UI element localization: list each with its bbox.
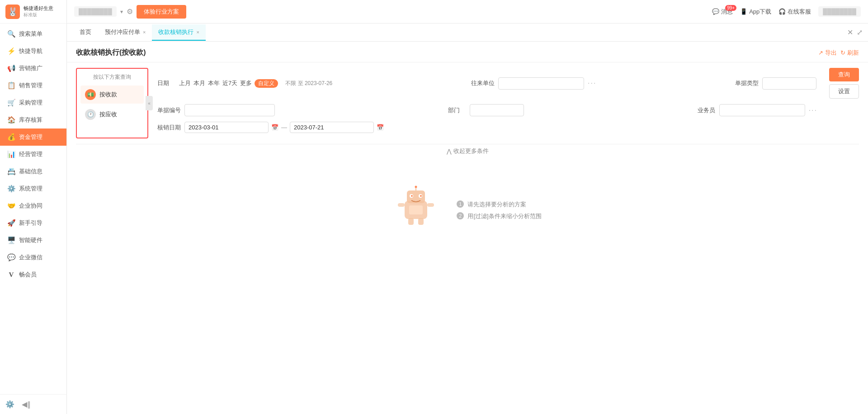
verify-end-date[interactable] <box>290 122 374 133</box>
date-btn-this-year[interactable]: 本年 <box>208 79 220 87</box>
date-btn-more[interactable]: 更多 <box>240 79 252 87</box>
vendor-input[interactable] <box>498 77 584 90</box>
sidebar-item-business[interactable]: 📊 经营管理 <box>0 146 66 163</box>
svg-rect-9 <box>427 203 434 207</box>
sidebar-item-quicknav[interactable]: ⚡ 快捷导航 <box>0 43 66 60</box>
tab-prepay-label: 预付冲应付单 <box>105 28 140 36</box>
svg-point-4 <box>411 195 413 197</box>
bill-type-select[interactable] <box>762 77 816 90</box>
solution-button[interactable]: 体验行业方案 <box>137 5 186 19</box>
topbar-left: ████████ ▾ ⚙ 体验行业方案 <box>74 5 707 19</box>
sidebar-item-collab[interactable]: 🤝 企业协同 <box>0 197 66 214</box>
date-label: 日期 <box>157 79 175 87</box>
sidebar-item-label: 畅会员 <box>19 271 37 279</box>
verify-start-date[interactable] <box>184 122 269 133</box>
app-download-icon: 📱 <box>740 8 747 15</box>
setting-button[interactable]: 设置 <box>829 84 859 99</box>
sidebar-item-wechat[interactable]: 💬 企业微信 <box>0 249 66 266</box>
staff-label: 业务员 <box>698 106 716 114</box>
sidebar-item-member[interactable]: V 畅会员 <box>0 266 66 283</box>
topbar-right: 💬 消息 99+ 📱 App下载 🎧 在线客服 ████████ <box>712 6 861 17</box>
vendor-label: 往来单位 <box>471 79 495 87</box>
refresh-button[interactable]: ↻ 刷新 <box>840 49 859 57</box>
filter-sidebar-title: 按以下方案查询 <box>80 73 144 81</box>
filter-field-verify-date: 核销日期 📅 — 📅 <box>157 122 384 133</box>
filter-field-staff: 业务员 ··· <box>698 104 817 116</box>
verify-end-cal-icon[interactable]: 📅 <box>377 124 384 131</box>
date-btn-7days[interactable]: 近7天 <box>222 79 237 87</box>
settings-icon[interactable]: ⚙️ <box>5 400 14 409</box>
message-icon: 💬 <box>712 8 719 15</box>
empty-hints: 1 请先选择要分析的方案 2 用[过滤]条件来缩小分析范围 <box>457 200 541 224</box>
receipt-option-icon: 💵 <box>85 89 96 100</box>
sidebar-item-label: 快捷导航 <box>19 47 42 55</box>
sidebar-logo: 🐰 畅捷通好生意 标准版 <box>0 0 66 24</box>
sidebar: 🐰 畅捷通好生意 标准版 🔍 搜索菜单 ⚡ 快捷导航 📢 营销推广 📋 销售管理… <box>0 0 67 414</box>
sidebar-item-system[interactable]: ⚙️ 系统管理 <box>0 180 66 197</box>
filter-field-bill-no: 单据编号 <box>157 104 275 116</box>
sidebar-item-label: 新手引导 <box>19 219 42 227</box>
date-custom-badge[interactable]: 自定义 <box>255 79 278 88</box>
collapse-sidebar-icon[interactable]: ◀‖ <box>22 400 31 409</box>
gear-icon[interactable]: ⚙ <box>127 7 133 16</box>
bill-no-input[interactable] <box>184 104 275 116</box>
filter-option-by-receipt[interactable]: 💵 按收款 <box>80 86 144 104</box>
app-logo-icon: 🐰 <box>5 5 20 19</box>
date-separator: — <box>281 124 287 131</box>
svg-rect-1 <box>407 190 425 203</box>
tab-prepay-close[interactable]: × <box>143 29 146 35</box>
sidebar-item-purchase[interactable]: 🛒 采购管理 <box>0 94 66 111</box>
collapse-more-label: 收起更多条件 <box>453 147 489 155</box>
tab-close-all-icon[interactable]: ✕ <box>847 28 853 37</box>
verify-start-cal-icon[interactable]: 📅 <box>271 124 278 131</box>
staff-more-icon[interactable]: ··· <box>809 106 817 114</box>
filter-field-vendor: 往来单位 ··· <box>471 77 596 90</box>
sidebar-item-marketing[interactable]: 📢 营销推广 <box>0 60 66 77</box>
tab-prepay[interactable]: 预付冲应付单 × <box>99 24 152 41</box>
sidebar-item-inventory[interactable]: 🏠 库存核算 <box>0 111 66 128</box>
tab-expand-icon[interactable]: ⤢ <box>857 28 863 37</box>
filter-row-1: 日期 上月 本月 本年 近7天 更多 自定义 不限 至 2023-07-26 <box>157 68 859 99</box>
inventory-icon: 🏠 <box>7 116 15 124</box>
system-icon: ⚙️ <box>7 185 15 193</box>
sidebar-item-label: 搜索菜单 <box>19 30 42 38</box>
user-label: ████████ <box>818 6 861 17</box>
sidebar-item-label: 系统管理 <box>19 185 42 193</box>
sidebar-item-basics[interactable]: 📇 基础信息 <box>0 163 66 180</box>
purchase-icon: 🛒 <box>7 99 15 107</box>
export-button[interactable]: ↗ 导出 <box>818 49 837 57</box>
sidebar-item-search[interactable]: 🔍 搜索菜单 <box>0 25 66 43</box>
sidebar-item-guide[interactable]: 🚀 新手引导 <box>0 214 66 232</box>
message-badge: 99+ <box>725 5 736 11</box>
bill-no-label: 单据编号 <box>157 106 181 114</box>
empty-hint-2: 2 用[过滤]条件来缩小分析范围 <box>457 212 541 220</box>
tab-receipt-close[interactable]: × <box>196 29 199 35</box>
filter-option-by-receivable[interactable]: 🕐 按应收 <box>80 105 144 124</box>
receivable-option-icon: 🕐 <box>85 109 96 120</box>
verify-date-label: 核销日期 <box>157 124 181 132</box>
dept-select[interactable] <box>470 104 524 116</box>
vendor-more-icon[interactable]: ··· <box>588 79 596 87</box>
quick-nav-icon: ⚡ <box>7 47 15 55</box>
query-button[interactable]: 查询 <box>829 68 859 81</box>
app-download-button[interactable]: 📱 App下载 <box>740 8 771 16</box>
service-button[interactable]: 🎧 在线客服 <box>778 8 811 16</box>
tab-home[interactable]: 首页 <box>72 24 99 41</box>
date-btn-last-month[interactable]: 上月 <box>179 79 191 87</box>
filter-field-dept: 部门 <box>448 104 524 116</box>
collapse-more-btn[interactable]: ⋀ 收起更多条件 <box>76 144 859 158</box>
sidebar-item-finance[interactable]: 💰 资金管理 <box>0 128 66 146</box>
svg-point-7 <box>415 186 417 188</box>
filter-sidebar-collapse[interactable]: « <box>146 96 153 110</box>
date-btn-this-month[interactable]: 本月 <box>193 79 205 87</box>
app-edition: 标准版 <box>24 12 53 18</box>
sidebar-item-label: 采购管理 <box>19 99 42 107</box>
sidebar-item-sales[interactable]: 📋 销售管理 <box>0 77 66 94</box>
staff-input[interactable] <box>719 104 805 116</box>
sidebar-item-hardware[interactable]: 🖥️ 智能硬件 <box>0 232 66 249</box>
message-button[interactable]: 💬 消息 99+ <box>712 8 733 16</box>
dropdown-icon[interactable]: ▾ <box>120 9 123 15</box>
tab-receipt-verify[interactable]: 收款核销执行 × <box>152 24 205 41</box>
svg-rect-8 <box>398 203 405 207</box>
export-icon: ↗ <box>818 49 823 56</box>
